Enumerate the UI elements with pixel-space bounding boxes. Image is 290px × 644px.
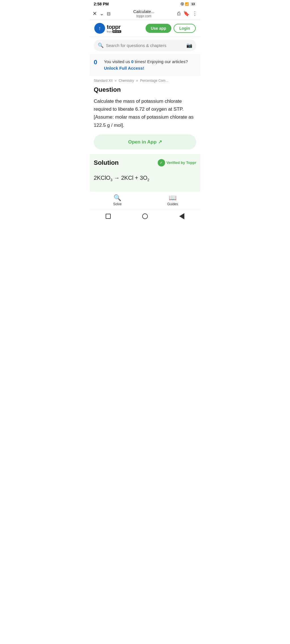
visit-banner: 0 You visited us 0 times! Enjoying our a… — [90, 54, 200, 76]
url-bar[interactable]: Calculate... toppr.com — [113, 9, 175, 18]
toppr-text-block: toppr from BYJU'S — [107, 24, 121, 33]
browser-nav[interactable]: ✕ ⌄ ⊟ — [93, 10, 110, 17]
top-nav: ↑ toppr from BYJU'S Use app Login — [90, 20, 200, 37]
sys-square-button[interactable] — [105, 213, 111, 219]
guides-label: Guides — [167, 202, 178, 206]
toppr-brand-name: toppr — [107, 24, 121, 30]
visit-text: You visited us 0 times! Enjoying our art… — [104, 59, 196, 71]
browser-chrome: ✕ ⌄ ⊟ Calculate... toppr.com ⎙ 🔖 ⋮ — [90, 7, 200, 20]
toppr-icon: ↑ — [94, 23, 105, 34]
open-in-app-button[interactable]: Open in App ↗ — [94, 134, 196, 149]
verified-badge: ✓ Verified by Toppr — [158, 159, 196, 166]
chemical-equation: 2KClO3 → 2KCl + 3O2 — [94, 173, 196, 183]
login-button[interactable]: Login — [174, 24, 196, 33]
browser-actions[interactable]: ⎙ 🔖 ⋮ — [177, 10, 197, 17]
bottom-nav-guides[interactable]: 📖 Guides — [145, 194, 200, 206]
nav-buttons[interactable]: Use app Login — [146, 24, 196, 33]
status-icons: ⓥ 📶 13 — [181, 2, 196, 6]
unlock-link[interactable]: Unlock Full Access! — [104, 66, 144, 70]
use-app-button[interactable]: Use app — [146, 24, 171, 33]
solution-header: Solution ✓ Verified by Toppr — [94, 159, 196, 166]
visit-text-after: times! Enjoying our articles? — [134, 59, 188, 64]
share-icon[interactable]: ⎙ — [177, 11, 180, 17]
bottom-nav: 🔍 Solve 📖 Guides — [90, 191, 200, 209]
verified-icon: ✓ — [158, 159, 165, 166]
question-section: Question Calculate the mass of potassium… — [90, 83, 200, 129]
bottom-nav-solve[interactable]: 🔍 Solve — [90, 194, 145, 206]
visit-count-inline: 0 — [131, 59, 133, 64]
page-title: Calculate... — [113, 9, 175, 14]
solution-title: Solution — [94, 159, 119, 166]
breadcrumb-item-0[interactable]: Standard XII — [94, 79, 113, 83]
solve-icon: 🔍 — [114, 194, 121, 202]
status-bar: 2:58 PM ⓥ 📶 13 — [90, 0, 200, 7]
sys-back-button[interactable] — [179, 213, 185, 219]
toppr-arrow-icon: ↑ — [99, 25, 101, 31]
close-icon[interactable]: ✕ — [93, 10, 97, 17]
search-input[interactable] — [106, 43, 184, 48]
breadcrumb-item-1[interactable]: Chemistry — [119, 79, 134, 83]
bookmark-icon[interactable]: 🔖 — [183, 10, 189, 17]
byju-badge: BYJU'S — [112, 30, 121, 33]
search-bar[interactable]: 🔍 📷 — [94, 40, 196, 51]
signal-icon: 📶 — [185, 2, 189, 6]
sys-home-button[interactable] — [142, 213, 148, 219]
verified-text: Verified by Toppr — [167, 161, 196, 165]
camera-icon[interactable]: 📷 — [186, 42, 192, 48]
open-app-label: Open in App ↗ — [128, 139, 162, 145]
page-domain: toppr.com — [113, 14, 175, 18]
back-icon — [179, 213, 184, 219]
solve-label: Solve — [113, 202, 121, 206]
toppr-logo: ↑ toppr from BYJU'S — [94, 23, 121, 34]
circle-icon — [142, 213, 148, 219]
breadcrumb: Standard XII » Chemistry » Percentage Co… — [90, 76, 200, 83]
question-text: Calculate the mass of potassium chlorate… — [94, 97, 196, 129]
search-icon: 🔍 — [98, 42, 104, 48]
status-time: 2:58 PM — [94, 2, 109, 6]
question-section-title: Question — [94, 86, 196, 93]
tabs-icon[interactable]: ⊟ — [107, 11, 110, 16]
dropdown-icon[interactable]: ⌄ — [100, 10, 104, 17]
solution-section: Solution ✓ Verified by Toppr 2KClO3 → 2K… — [90, 154, 200, 191]
breadcrumb-sep-1: » — [136, 79, 138, 83]
square-icon — [106, 214, 111, 219]
battery-icon: 13 — [190, 2, 196, 6]
toppr-byju-label: from BYJU'S — [107, 30, 121, 33]
volte-icon: ⓥ — [181, 2, 184, 6]
system-nav-bar — [90, 209, 200, 222]
visit-count-large: 0 — [94, 59, 101, 66]
breadcrumb-item-2[interactable]: Percentage Com... — [140, 79, 168, 83]
search-container: 🔍 📷 — [90, 37, 200, 54]
visit-text-before: You visited us — [104, 59, 131, 64]
more-icon[interactable]: ⋮ — [192, 10, 197, 17]
guides-icon: 📖 — [169, 194, 176, 202]
breadcrumb-sep-0: » — [115, 79, 117, 83]
